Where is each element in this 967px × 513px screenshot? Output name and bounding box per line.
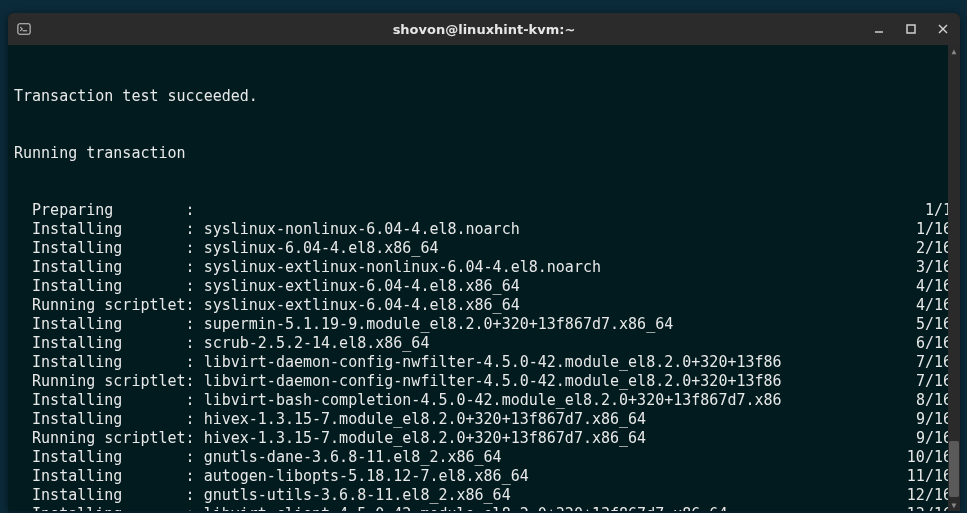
action-text: Installing : <box>14 467 195 486</box>
action-text: Installing : <box>14 258 195 277</box>
terminal-window: shovon@linuxhint-kvm:~ Transaction test … <box>8 13 960 511</box>
package-text: syslinux-6.04-4.el8.x86_64 <box>195 239 909 258</box>
window-title: shovon@linuxhint-kvm:~ <box>8 22 960 37</box>
action-text: Installing : <box>14 220 195 239</box>
progress-count: 11/16 <box>907 467 954 486</box>
action-text: Installing : <box>14 391 195 410</box>
minimize-button[interactable] <box>870 20 888 38</box>
action-text: Installing : <box>14 505 195 511</box>
output-line: Running transaction <box>14 144 954 163</box>
terminal-output: Transaction test succeeded. Running tran… <box>8 45 960 511</box>
progress-count: 13/16 <box>907 505 954 511</box>
action-text: Installing : <box>14 448 195 467</box>
output-line: Transaction test succeeded. <box>14 87 954 106</box>
vertical-scrollbar[interactable]: ▲ ▼ <box>948 45 960 511</box>
scroll-up-icon[interactable]: ▲ <box>948 45 960 57</box>
output-line: Preparing :1/1 <box>14 201 954 220</box>
scroll-down-icon[interactable]: ▼ <box>948 499 960 511</box>
action-text: Installing : <box>14 353 195 372</box>
package-text: autogen-libopts-5.18.12-7.el8.x86_64 <box>195 467 907 486</box>
package-text: syslinux-extlinux-6.04-4.el8.x86_64 <box>195 277 909 296</box>
package-text: syslinux-extlinux-6.04-4.el8.x86_64 <box>195 296 909 315</box>
output-line: Installing : syslinux-6.04-4.el8.x86_642… <box>14 239 954 258</box>
output-line: Installing : gnutls-utils-3.6.8-11.el8_2… <box>14 486 954 505</box>
package-text: gnutls-dane-3.6.8-11.el8_2.x86_64 <box>195 448 907 467</box>
action-text: Installing : <box>14 334 195 353</box>
output-line: Running scriptlet: libvirt-daemon-config… <box>14 372 954 391</box>
output-line: Installing : syslinux-extlinux-nonlinux-… <box>14 258 954 277</box>
progress-count: 12/16 <box>907 486 954 505</box>
action-text: Preparing : <box>14 201 195 220</box>
output-line: Installing : syslinux-nonlinux-6.04-4.el… <box>14 220 954 239</box>
package-text: libvirt-client-4.5.0-42.module_el8.2.0+3… <box>195 505 907 511</box>
package-text: syslinux-extlinux-nonlinux-6.04-4.el8.no… <box>195 258 909 277</box>
action-text: Installing : <box>14 315 195 334</box>
scroll-thumb[interactable] <box>949 441 959 497</box>
output-line: Installing : scrub-2.5.2-14.el8.x86_646/… <box>14 334 954 353</box>
terminal-icon <box>16 21 32 37</box>
output-line: Installing : syslinux-extlinux-6.04-4.el… <box>14 277 954 296</box>
package-text: supermin-5.1.19-9.module_el8.2.0+320+13f… <box>195 315 909 334</box>
svg-rect-0 <box>18 24 30 35</box>
output-line: Installing : libvirt-daemon-config-nwfil… <box>14 353 954 372</box>
output-line: Installing : supermin-5.1.19-9.module_el… <box>14 315 954 334</box>
action-text: Running scriptlet: <box>14 296 195 315</box>
output-line: Installing : gnutls-dane-3.6.8-11.el8_2.… <box>14 448 954 467</box>
package-text: scrub-2.5.2-14.el8.x86_64 <box>195 334 909 353</box>
package-text: libvirt-daemon-config-nwfilter-4.5.0-42.… <box>195 353 909 372</box>
package-text <box>195 201 909 220</box>
package-text: libvirt-bash-completion-4.5.0-42.module_… <box>195 391 909 410</box>
action-text: Running scriptlet: <box>14 372 195 391</box>
output-line: Installing : libvirt-bash-completion-4.5… <box>14 391 954 410</box>
maximize-button[interactable] <box>902 20 920 38</box>
package-text: syslinux-nonlinux-6.04-4.el8.noarch <box>195 220 909 239</box>
output-line: Installing : autogen-libopts-5.18.12-7.e… <box>14 467 954 486</box>
close-button[interactable] <box>934 20 952 38</box>
progress-count: 10/16 <box>907 448 954 467</box>
package-text: gnutls-utils-3.6.8-11.el8_2.x86_64 <box>195 486 907 505</box>
action-text: Running scriptlet: <box>14 429 195 448</box>
output-line: Installing : libvirt-client-4.5.0-42.mod… <box>14 505 954 511</box>
package-text: hivex-1.3.15-7.module_el8.2.0+320+13f867… <box>195 410 909 429</box>
action-text: Installing : <box>14 486 195 505</box>
window-controls <box>870 20 952 38</box>
package-text: hivex-1.3.15-7.module_el8.2.0+320+13f867… <box>195 429 909 448</box>
output-line: Running scriptlet: syslinux-extlinux-6.0… <box>14 296 954 315</box>
output-line: Installing : hivex-1.3.15-7.module_el8.2… <box>14 410 954 429</box>
action-text: Installing : <box>14 277 195 296</box>
svg-rect-2 <box>907 25 915 33</box>
action-text: Installing : <box>14 410 195 429</box>
action-text: Installing : <box>14 239 195 258</box>
titlebar: shovon@linuxhint-kvm:~ <box>8 13 960 45</box>
package-text: libvirt-daemon-config-nwfilter-4.5.0-42.… <box>195 372 909 391</box>
output-line: Running scriptlet: hivex-1.3.15-7.module… <box>14 429 954 448</box>
